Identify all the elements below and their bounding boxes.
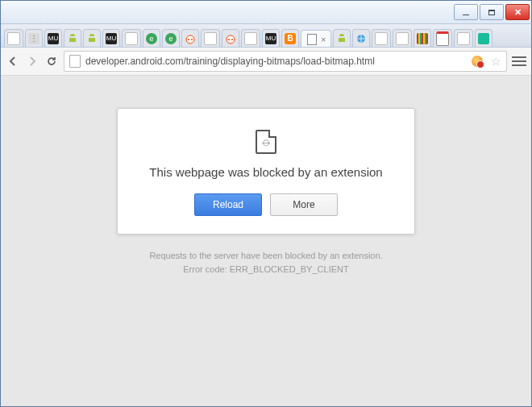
blocked-card: ⦵ This webpage was blocked by an extensi… (117, 108, 415, 235)
sub-line-1: Requests to the server have been blocked… (149, 249, 382, 263)
browser-window: ✕ ⋮MUMUeeMUB× developer.android.com/trai… (0, 0, 532, 407)
reload-button[interactable]: Reload (194, 193, 262, 216)
svg-point-0 (186, 35, 194, 44)
android-favicon-icon (336, 33, 347, 44)
close-tab-icon[interactable]: × (321, 35, 326, 44)
blocked-page-icon: ⦵ (256, 130, 276, 154)
tab[interactable]: MU (44, 29, 62, 47)
reddit-favicon-icon (225, 33, 236, 44)
android-favicon-icon (86, 33, 98, 44)
tab[interactable] (181, 29, 199, 47)
close-button[interactable]: ✕ (505, 4, 530, 20)
blogger-favicon-icon: B (285, 33, 296, 44)
tab[interactable] (475, 29, 493, 47)
hamburger-line (512, 64, 526, 66)
tab[interactable] (393, 29, 412, 47)
tab[interactable] (64, 29, 81, 47)
generic-favicon-icon (125, 32, 138, 45)
minimize-icon (463, 15, 469, 15)
url-text: developer.android.com/training/displayin… (85, 56, 463, 67)
tab[interactable] (4, 29, 23, 47)
mu-dark-favicon-icon: MU (106, 33, 117, 44)
cal-favicon-icon (436, 31, 449, 46)
arrow-right-icon (27, 56, 38, 67)
hamburger-line (512, 56, 526, 58)
maximize-button[interactable] (480, 4, 504, 20)
close-icon: ✕ (514, 7, 522, 18)
generic-favicon-icon (7, 32, 20, 45)
svg-point-4 (228, 39, 230, 40)
generic-favicon-icon (375, 32, 388, 45)
error-code: ERR_BLOCKED_BY_CLIENT (230, 264, 349, 274)
sub-line-2: Error code: ERR_BLOCKED_BY_CLIENT (149, 263, 382, 276)
svg-point-2 (191, 39, 193, 40)
teal-sq-favicon-icon (478, 33, 489, 44)
tab[interactable]: e (143, 29, 160, 47)
title-bar: ✕ (1, 1, 531, 24)
toolbar: developer.android.com/training/displayin… (1, 48, 531, 76)
mu-dark-favicon-icon: MU (48, 33, 59, 44)
chrome-menu-button[interactable] (512, 54, 526, 69)
tab[interactable] (201, 29, 220, 47)
tab[interactable] (83, 29, 101, 47)
tab[interactable] (414, 29, 431, 47)
page-favicon-icon (306, 34, 318, 45)
tab[interactable] (122, 29, 141, 47)
arrow-left-icon (7, 56, 19, 67)
tab[interactable]: e (162, 29, 180, 47)
page-content: ⦵ This webpage was blocked by an extensi… (1, 76, 531, 406)
bookmark-star-icon[interactable]: ☆ (491, 55, 501, 68)
svg-point-5 (231, 39, 233, 40)
reddit-favicon-icon (185, 33, 196, 44)
blocked-title: This webpage was blocked by an extension (134, 165, 398, 179)
mu-dark-favicon-icon: MU (265, 33, 276, 44)
forward-button[interactable] (25, 54, 39, 69)
green-e-favicon-icon: e (146, 33, 157, 44)
tab[interactable] (222, 29, 239, 47)
tab[interactable] (372, 29, 391, 47)
tab[interactable]: ⋮ (25, 29, 43, 47)
tab[interactable]: B (281, 29, 299, 47)
tab-strip: ⋮MUMUeeMUB× (1, 24, 531, 48)
svg-point-1 (188, 39, 189, 40)
generic-favicon-icon (396, 32, 409, 45)
page-icon (69, 55, 81, 68)
button-row: Reload More (134, 193, 398, 216)
svg-point-3 (227, 35, 235, 44)
generic-favicon-icon (204, 32, 217, 45)
tab[interactable] (352, 29, 370, 47)
extension-indicator-icon[interactable] (472, 56, 483, 67)
address-bar[interactable]: developer.android.com/training/displayin… (64, 51, 507, 72)
green-e-favicon-icon: e (165, 33, 177, 44)
tab[interactable]: × (301, 30, 331, 48)
dots-favicon-icon: ⋮ (28, 33, 39, 44)
tab[interactable] (433, 29, 452, 47)
tab[interactable] (333, 29, 351, 47)
stripes-favicon-icon (417, 33, 428, 44)
more-button[interactable]: More (270, 193, 338, 216)
android-favicon-icon (67, 33, 78, 44)
tab[interactable]: MU (262, 29, 280, 47)
generic-favicon-icon (244, 32, 257, 45)
sub-message: Requests to the server have been blocked… (149, 249, 382, 276)
minimize-button[interactable] (454, 4, 478, 20)
globe-favicon-icon (355, 33, 367, 44)
maximize-icon (488, 10, 495, 15)
reload-icon (46, 56, 57, 67)
back-button[interactable] (6, 54, 20, 69)
tab[interactable] (454, 29, 473, 47)
tab[interactable]: MU (102, 29, 120, 47)
tab[interactable] (241, 29, 260, 47)
generic-favicon-icon (457, 32, 470, 45)
reload-nav-button[interactable] (44, 54, 59, 69)
hamburger-line (512, 60, 526, 62)
